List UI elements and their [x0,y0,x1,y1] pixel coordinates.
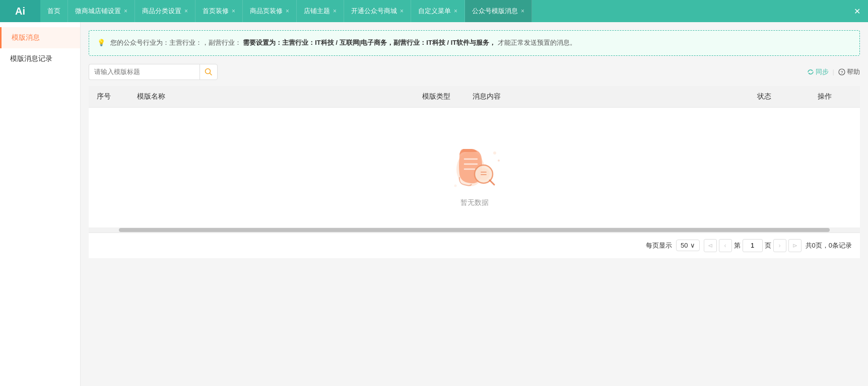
empty-text: 暂无数据 [460,198,489,207]
top-navbar: Ai 首页微商城店铺设置×商品分类设置×首页装修×商品页装修×店铺主题×开通公众… [0,0,868,22]
help-label: 帮助 [847,67,860,76]
main-layout: 模版消息模版消息记录 💡 您的公众号行业为：主营行业：，副营行业： 需要设置为：… [0,22,868,386]
svg-point-13 [493,151,496,155]
svg-point-15 [454,184,456,187]
table-col-1: 模版名称 [129,86,414,108]
scrollbar-thumb [119,228,830,232]
tab-label-0: 首页 [47,7,60,16]
close-all-button[interactable]: ✕ [846,0,868,22]
empty-state-row: 暂无数据 [89,107,860,227]
tab-1[interactable]: 微商城店铺设置× [68,0,135,22]
table-col-0: 序号 [89,86,129,108]
tab-close-8[interactable]: × [521,8,524,15]
first-page-button[interactable]: ⊲ [704,239,717,252]
table-col-5: 操作 [810,86,860,108]
svg-text:?: ? [840,70,843,75]
table-col-4: 状态 [749,86,810,108]
sidebar-item-0[interactable]: 模版消息 [0,27,80,48]
search-icon [205,68,213,76]
tab-close-4[interactable]: × [286,8,289,15]
sync-icon [807,68,814,75]
next-page-button[interactable]: › [773,239,786,252]
notice-box: 💡 您的公众号行业为：主营行业：，副营行业： 需要设置为：主营行业：IT科技 /… [89,30,860,56]
table-header-row: 序号模版名称模版类型消息内容状态操作 [89,86,860,108]
svg-point-14 [498,160,500,162]
brand-logo: Ai [0,0,40,22]
tab-2[interactable]: 商品分类设置× [135,0,195,22]
search-input[interactable] [89,64,199,80]
tab-close-7[interactable]: × [454,8,457,15]
empty-illustration [444,138,505,198]
sync-label: 同步 [816,67,829,76]
tab-4[interactable]: 商品页装修× [243,0,297,22]
table-col-2: 模版类型 [414,86,464,108]
last-page-button[interactable]: ⊳ [788,239,802,252]
content-area: 💡 您的公众号行业为：主营行业：，副营行业： 需要设置为：主营行业：IT科技 /… [81,22,868,386]
empty-state: 暂无数据 [89,108,860,227]
prev-page-button[interactable]: ‹ [719,239,732,252]
search-right: 同步 | ? 帮助 [807,67,860,76]
notice-prefix: 您的公众号行业为：主营行业：，副营行业： [110,39,241,46]
pagination: ⊲ ‹ 第 页 › ⊳ [704,239,802,252]
page-unit: 页 [765,241,771,250]
tab-close-5[interactable]: × [333,8,337,15]
tab-bar: 首页微商城店铺设置×商品分类设置×首页装修×商品页装修×店铺主题×开通公众号商城… [40,0,846,22]
sidebar: 模版消息模版消息记录 [0,22,81,386]
tab-close-2[interactable]: × [184,8,188,15]
total-label: 共0页，0条记录 [806,241,852,250]
notice-icon: 💡 [97,39,105,46]
page-label: 第 [734,241,741,250]
sidebar-item-1[interactable]: 模版消息记录 [0,48,80,69]
divider: | [833,68,834,75]
svg-point-9 [478,168,490,180]
tab-label-8: 公众号模版消息 [472,7,518,16]
tab-label-6: 开通公众号商城 [351,7,397,16]
per-page-value: 50 [681,242,688,249]
tab-label-4: 商品页装修 [250,7,283,16]
tab-0[interactable]: 首页 [40,0,68,22]
tab-close-3[interactable]: × [232,8,235,15]
horizontal-scrollbar[interactable] [89,227,860,233]
page-input[interactable] [743,239,763,252]
tab-5[interactable]: 店铺主题× [297,0,344,22]
help-icon: ? [838,68,845,75]
table-footer: 每页显示 50 ∨ ⊲ ‹ 第 页 › ⊳ 共0页，0条记录 [89,233,860,258]
svg-line-1 [210,73,212,75]
tab-label-3: 首页装修 [203,7,229,16]
tab-label-5: 店铺主题 [304,7,330,16]
tab-close-1[interactable]: × [124,8,127,15]
tab-label-1: 微商城店铺设置 [75,7,121,16]
per-page-select[interactable]: 50 ∨ [676,240,699,251]
notice-suffix: 才能正常发送预置的消息。 [498,39,576,46]
tab-label-7: 自定义菜单 [418,7,451,16]
tab-label-2: 商品分类设置 [142,7,181,16]
per-page-label: 每页显示 [646,241,672,250]
search-left [89,64,218,80]
table-col-3: 消息内容 [464,86,750,108]
svg-line-12 [490,180,494,185]
notice-highlight: 需要设置为：主营行业：IT科技 / 互联网|电子商务，副营行业：IT科技 / I… [243,39,496,46]
chevron-down-icon: ∨ [690,242,695,249]
search-button[interactable] [199,64,218,80]
table-container: 序号模版名称模版类型消息内容状态操作 [89,86,860,258]
sync-button[interactable]: 同步 [807,67,829,76]
tab-close-6[interactable]: × [400,8,404,15]
tab-7[interactable]: 自定义菜单× [411,0,465,22]
tab-3[interactable]: 首页装修× [195,0,243,22]
help-button[interactable]: ? 帮助 [838,67,860,76]
search-bar: 同步 | ? 帮助 [89,64,860,80]
tab-8[interactable]: 公众号模版消息× [465,0,532,22]
tab-6[interactable]: 开通公众号商城× [344,0,411,22]
data-table: 序号模版名称模版类型消息内容状态操作 [89,86,860,227]
